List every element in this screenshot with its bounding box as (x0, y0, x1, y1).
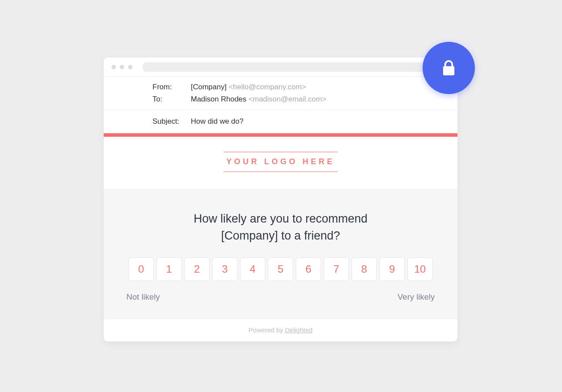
logo-area: YOUR LOGO HERE (104, 137, 457, 189)
svg-rect-0 (443, 66, 454, 75)
brand-accent-bar (104, 133, 457, 137)
to-email: <madison@email.com> (248, 95, 326, 103)
from-value: [Company] <hello@company.com> (191, 83, 306, 91)
survey-body: How likely are you to recommend [Company… (104, 189, 457, 319)
to-name: Madison Rhodes (191, 95, 247, 103)
scale-low-label: Not likely (126, 292, 160, 302)
scale-labels: Not likely Very likely (126, 292, 435, 302)
from-email: <hello@company.com> (229, 83, 306, 91)
window-dot-red (112, 65, 116, 69)
lock-icon (442, 60, 456, 76)
score-0-button[interactable]: 0 (129, 257, 154, 281)
to-value: Madison Rhodes <madison@email.com> (191, 95, 326, 104)
from-label: From: (104, 83, 191, 91)
header-row-to: To: Madison Rhodes <madison@email.com> (104, 93, 457, 105)
powered-by-link[interactable]: Delighted (285, 326, 312, 334)
score-5-button[interactable]: 5 (268, 257, 293, 281)
nps-scale: 0 1 2 3 4 5 6 7 8 9 10 (126, 257, 435, 281)
window-dot-green (128, 65, 132, 69)
score-8-button[interactable]: 8 (352, 257, 377, 281)
window-chrome (104, 57, 457, 77)
score-4-button[interactable]: 4 (240, 257, 265, 281)
header-row-subject: Subject: How did we do? (104, 110, 457, 133)
to-label: To: (104, 95, 191, 104)
score-3-button[interactable]: 3 (212, 257, 237, 281)
score-10-button[interactable]: 10 (407, 257, 433, 281)
header-row-from: From: [Company] <hello@company.com> (104, 81, 457, 93)
from-name: [Company] (191, 83, 227, 91)
subject-value: How did we do? (191, 117, 244, 126)
subject-label: Subject: (104, 117, 191, 126)
email-preview-window: From: [Company] <hello@company.com> To: … (104, 57, 457, 341)
score-9-button[interactable]: 9 (379, 257, 405, 281)
score-7-button[interactable]: 7 (324, 257, 349, 281)
powered-by-prefix: Powered by (249, 326, 285, 334)
address-bar-placeholder (142, 62, 450, 72)
survey-question: How likely are you to recommend [Company… (167, 210, 394, 244)
email-headers: From: [Company] <hello@company.com> To: … (104, 77, 457, 110)
logo-placeholder: YOUR LOGO HERE (223, 152, 337, 172)
window-dot-yellow (120, 65, 124, 69)
lock-badge (423, 42, 475, 94)
score-6-button[interactable]: 6 (296, 257, 321, 281)
scale-high-label: Very likely (397, 292, 435, 302)
footer: Powered by Delighted (104, 319, 457, 341)
score-1-button[interactable]: 1 (156, 257, 182, 281)
score-2-button[interactable]: 2 (184, 257, 210, 281)
